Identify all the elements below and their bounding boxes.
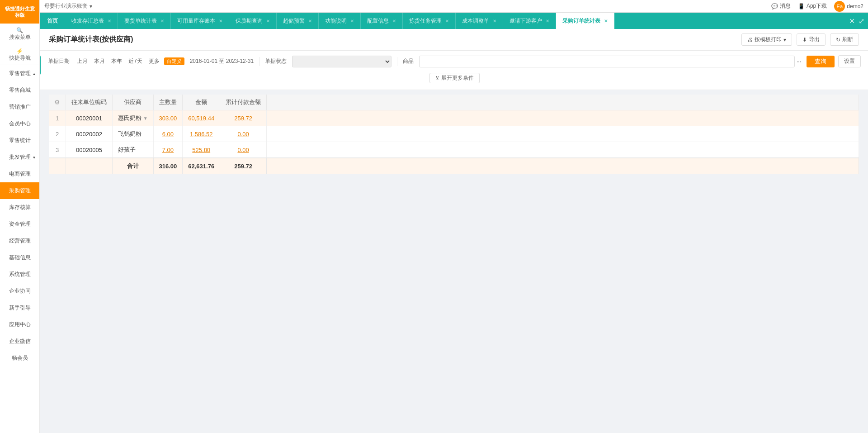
col-qty: 主数量 [153,95,183,110]
tab-label: 要货单统计表 [124,17,157,25]
tab-goods-stats[interactable]: 要货单统计表 ✕ [118,13,171,29]
sidebar-item-wholesale[interactable]: 批发管理 [0,149,40,166]
shortcut-last-month[interactable]: 上月 [75,57,90,66]
row-paid[interactable]: 259.72 [220,110,267,126]
tab-close-goods-stats[interactable]: ✕ [160,19,164,24]
row-num: 3 [49,142,66,158]
row-expand-icon[interactable]: ▼ [143,116,148,121]
tab-close-pick-task[interactable]: ✕ [445,19,449,24]
refresh-label: 刷新 [842,36,853,43]
refresh-button[interactable]: ↻ 刷新 [830,33,859,46]
tab-function-desc[interactable]: 功能说明 ✕ [319,13,361,29]
tab-home[interactable]: 首页 [40,17,65,25]
row-supplier: 惠氏奶粉 ▼ [113,110,154,126]
tab-close-receive-send[interactable]: ✕ [108,19,111,24]
row-extra [267,126,859,142]
row-qty[interactable]: 7.00 [153,142,183,158]
row-amount[interactable]: 60,519.44 [183,110,220,126]
table-settings-icon[interactable]: ⚙ [54,99,60,106]
tab-expand-icon[interactable]: ⤢ [859,17,864,25]
col-settings[interactable]: ⚙ [49,95,66,110]
sidebar-quicknav[interactable]: ⚡ 快捷导航 [0,45,40,65]
logo-text: 畅捷通好生意标版 [5,5,35,19]
settings-button[interactable]: 设置 [838,55,861,67]
sidebar-item-enterprise[interactable]: 企业协同 [0,283,40,300]
footer-qty: 316.00 [153,158,183,174]
tab-close-available-stock[interactable]: ✕ [219,19,222,24]
sidebar-item-system[interactable]: 系统管理 [0,266,40,283]
row-amount[interactable]: 525.80 [183,142,220,158]
workspace-selector[interactable]: 母婴行业演示账套 ▾ [44,2,771,10]
tab-cost-adjust[interactable]: 成本调整单 ✕ [456,13,503,29]
footer-empty-2 [66,158,113,174]
sidebar-item-wechat[interactable]: 企业微信 [0,333,40,350]
nav-label: 快捷导航 [0,54,40,62]
export-icon: ⬇ [802,37,807,43]
table-row: 3 00020005 好孩子 7.00 525.80 0.00 [49,142,859,158]
tab-label: 可用量库存账本 [177,17,215,25]
row-paid[interactable]: 0.00 [220,142,267,158]
sidebar-item-retail-stats[interactable]: 零售统计 [0,132,40,149]
row-paid[interactable]: 0.00 [220,126,267,142]
sidebar-item-retail-manage[interactable]: 零售管理 [0,65,40,82]
sidebar-item-newbie[interactable]: 新手引导 [0,300,40,316]
tab-close-all-icon[interactable]: ✕ [849,17,855,25]
filter-divider-1 [259,57,259,66]
tab-pick-task[interactable]: 拣货任务管理 ✕ [403,13,456,29]
tab-close-cost-adjust[interactable]: ✕ [493,19,496,24]
shortcut-7-days[interactable]: 近7天 [127,57,144,66]
tab-close-config-info[interactable]: ✕ [392,19,396,24]
row-qty[interactable]: 6.00 [153,126,183,142]
tab-expiry-query[interactable]: 保质期查询 ✕ [229,13,277,29]
status-select[interactable] [292,56,392,67]
tab-label: 保质期查询 [236,17,263,25]
app-download-action[interactable]: 📱 App下载 [798,2,827,10]
print-dropdown-icon: ▾ [783,37,786,43]
goods-input[interactable] [419,56,795,67]
sidebar-search[interactable]: 🔍 搜索菜单 [0,24,40,45]
tab-invite-downstream[interactable]: 邀请下游客户 ✕ [503,13,556,29]
tab-close-purchase-stats[interactable]: ✕ [604,19,608,24]
goods-more-icon[interactable]: ··· [797,58,801,65]
col-paid: 累计付款金额 [220,95,267,110]
tab-config-info[interactable]: 配置信息 ✕ [361,13,403,29]
row-qty[interactable]: 303.00 [153,110,183,126]
expand-more-button[interactable]: ⊻ 展开更多条件 [429,73,480,83]
shortcut-this-month[interactable]: 本月 [92,57,107,66]
workspace-name: 母婴行业演示账套 [44,2,88,10]
app-download-icon: 📱 [798,3,805,10]
sidebar-item-ecommerce[interactable]: 电商管理 [0,166,40,182]
sidebar-item-app-center[interactable]: 应用中心 [0,316,40,333]
tab-close-expiry-query[interactable]: ✕ [266,19,270,24]
custom-date-badge[interactable]: 自定义 [164,57,184,65]
sidebar-item-finance[interactable]: 资金管理 [0,216,40,233]
sidebar-item-member-center[interactable]: 会员中心 [0,115,40,132]
refresh-icon: ↻ [836,37,840,43]
sidebar-item-marketing[interactable]: 营销推广 [0,99,40,115]
row-amount[interactable]: 1,586.52 [183,126,220,142]
tab-overstock[interactable]: 超储预警 ✕ [277,13,319,29]
sidebar-item-inventory[interactable]: 库存核算 [0,199,40,216]
user-avatar: Ea [834,1,845,12]
tab-close-overstock[interactable]: ✕ [308,19,312,24]
shortcut-this-year[interactable]: 本年 [109,57,124,66]
search-button[interactable]: 查询 [807,56,835,67]
export-button[interactable]: ⬇ 导出 [797,33,826,46]
tab-available-stock[interactable]: 可用量库存账本 ✕ [171,13,229,29]
tab-purchase-stats[interactable]: 采购订单统计表 ✕ [556,13,614,29]
user-action[interactable]: Ea demo2 [834,1,863,12]
sidebar-item-basic-info[interactable]: 基础信息 [0,249,40,266]
tab-close-invite-downstream[interactable]: ✕ [546,19,549,24]
shortcut-more[interactable]: 更多 [147,57,161,66]
tab-receive-send[interactable]: 收发存汇总表 ✕ [65,13,118,29]
sidebar-item-purchase[interactable]: 采购管理 [0,182,40,199]
tab-close-function-desc[interactable]: ✕ [350,19,354,24]
table-header-row: ⚙ 往来单位编码 供应商 主数量 金额 累计付款金额 [49,95,859,110]
sidebar-item-vip[interactable]: 畅会员 [0,350,40,366]
page-header: 采购订单统计表(按供应商) 🖨 按模板打印 ▾ ⬇ 导出 ↻ 刷新 [40,29,868,51]
sidebar-item-operations[interactable]: 经营管理 [0,233,40,249]
print-button[interactable]: 🖨 按模板打印 ▾ [741,33,792,46]
status-label: 单据状态 [265,57,287,65]
message-action[interactable]: 💬 消息 [771,2,791,10]
sidebar-item-retail-shop[interactable]: 零售商城 [0,82,40,99]
